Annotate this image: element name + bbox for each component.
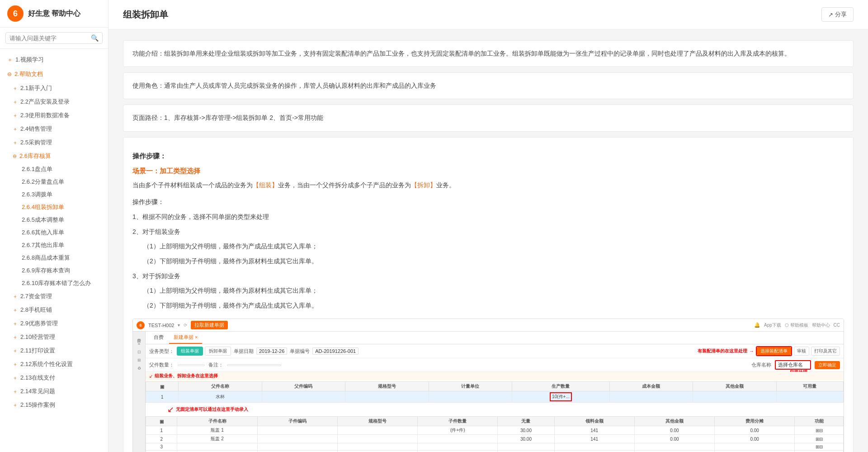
mock-sidebar-icon4: ⊞: [137, 358, 141, 362]
sub-plus-icon: ＋: [13, 320, 18, 327]
sub-plus-icon: ＋: [13, 307, 18, 314]
sidebar-item-video[interactable]: ＋ 1.视频学习: [0, 52, 108, 67]
screenshot-area: 6 TEST-H002 ▾ ⟳ 拉取新建单据 🔔 App下载 ⬡ 帮助模板 帮助…: [132, 319, 844, 452]
mock-lth-name: 子件名称: [177, 417, 257, 426]
sidebar-item-purchase[interactable]: ＋ 2.5采购管理: [13, 136, 108, 149]
search-input[interactable]: [9, 35, 91, 42]
annotation-text-4: 无固定清单可以通过在这里手动录入: [176, 406, 248, 413]
annotation-text-2: 组装业务、拆卸业务在这里选择: [155, 373, 218, 379]
mock-qty-input[interactable]: [178, 364, 205, 366]
step2: 2、对于组装业务: [132, 226, 844, 238]
sub-plus-icon: ＋: [13, 293, 18, 300]
mock-lth-other: 其他金额: [634, 417, 714, 426]
mock-bom-select-btn[interactable]: 选择装配清单: [757, 347, 791, 355]
step1: 1、根据不同的业务，选择不同单据的类型来处理: [132, 211, 844, 223]
step-label: 操作步骤：: [132, 198, 844, 206]
sidebar-item-capital[interactable]: ＋ 2.7资金管理: [13, 290, 108, 303]
sidebar-item-payment[interactable]: ＋ 2.13在线支付: [13, 371, 108, 385]
mock-tab-zifei[interactable]: 自费: [149, 332, 168, 344]
search-icon[interactable]: 🔍: [91, 34, 99, 42]
table-row: 3⊞⊟: [146, 443, 844, 451]
mock-confirm-btn[interactable]: 立即确定: [815, 361, 840, 369]
annotation-text-1: 有装配清单的在这里处理: [698, 348, 747, 354]
sidebar-item-ledger-query[interactable]: 2.6.9库存账本查询: [18, 264, 108, 277]
minus-icon: ⊖: [13, 153, 17, 159]
share-button[interactable]: ↗ 分享: [821, 7, 854, 22]
mock-audit-btn[interactable]: 审核: [794, 347, 809, 356]
sidebar-item-system[interactable]: ＋ 2.12系统个性化设置: [13, 357, 108, 371]
sidebar-item-mobile[interactable]: ＋ 2.8手机旺铺: [13, 303, 108, 317]
sidebar-item-stocktake[interactable]: 2.6.1盘点单: [18, 163, 108, 176]
mock-date-label: 单据日期: [234, 348, 254, 355]
sub-plus-icon: ＋: [13, 361, 18, 368]
sidebar-item-other-in[interactable]: 2.6.6其他入库单: [18, 226, 108, 239]
nav-list: ＋ 1.视频学习 ⊖ 2.帮助文档 ＋ 2.1新手入门 ＋ 2.2产品安装及登录: [0, 49, 108, 452]
app-title: 好生意 帮助中心: [28, 9, 80, 19]
sidebar-item-beginner[interactable]: ＋ 2.1新手入门: [13, 81, 108, 95]
mock-id-input[interactable]: AD-20191226-001: [312, 347, 359, 355]
mock-sidebar-icon1: 自费: [136, 333, 142, 337]
search-wrap: 🔍: [5, 32, 103, 44]
sidebar-item-coupon[interactable]: ＋ 2.9优惠券管理: [13, 317, 108, 330]
sidebar-item-cases[interactable]: ＋ 2.15操作案例: [13, 398, 108, 412]
sidebar-item-inventory[interactable]: ⊖ 2.6库存核算: [13, 149, 108, 163]
plus-icon: ＋: [7, 56, 13, 64]
sub-plus-icon: ＋: [13, 126, 18, 133]
mock-th-spec: 规格型号: [345, 382, 429, 391]
main-header: 组装拆卸单 ↗ 分享: [108, 0, 868, 29]
mock-type-disassemble-btn[interactable]: 拆卸单据: [205, 347, 231, 356]
sub-plus-icon: ＋: [13, 99, 18, 105]
mock-th-checkbox: ▣: [146, 382, 179, 391]
mock-lth-action: 功能: [795, 417, 844, 426]
mock-upper-table: ▣ 父件名称 父件编码 规格型号 计量单位 生产数量 成本金额 其他金额: [146, 381, 844, 403]
scene-title: 场景一：加工类型选择: [132, 167, 844, 176]
intro-box: 功能介绍：组装拆卸单用来处理企业组装或拆卸等加工业务，支持有固定装配清单的产品加…: [123, 40, 854, 67]
sidebar-item-print[interactable]: ＋ 2.11打印设置: [13, 344, 108, 357]
sidebar-item-operations[interactable]: ＋ 2.10经营管理: [13, 330, 108, 344]
sidebar-item-install[interactable]: ＋ 2.2产品安装及登录: [13, 95, 108, 109]
table-row: 2 瓶盖 2 30.00 141 0.00: [146, 435, 844, 443]
mock-td-name: 水杯: [179, 391, 262, 403]
mock-th-qty: 生产数量: [512, 382, 610, 391]
mock-bell-icon: 🔔: [754, 322, 760, 328]
mock-help-center: 帮助中心: [812, 322, 830, 328]
step3: 3、对于拆卸业务: [132, 270, 844, 282]
search-box: 🔍: [0, 28, 108, 49]
sidebar-item-other-out[interactable]: 2.6.7其他出库单: [18, 239, 108, 252]
sidebar-item-sales[interactable]: ＋ 2.4销售管理: [13, 122, 108, 136]
mock-th-cost: 成本金额: [609, 382, 693, 391]
mock-sidebar-icon2: ≡: [138, 342, 140, 346]
mock-td-unit: [429, 391, 512, 403]
sidebar-item-partial-stocktake[interactable]: 2.6.2分量盘点单: [18, 176, 108, 188]
step3-1: （1）上部明细为父件明细，最终作为原材料生成其它出库单；: [132, 285, 844, 297]
sidebar-item-data[interactable]: ＋ 2.3使用前数据准备: [13, 109, 108, 122]
sidebar-item-cost-adjust[interactable]: 2.6.5成本调整单: [18, 214, 108, 226]
mock-warehouse-label: 仓库名称: [751, 362, 771, 368]
scene-desc: 当由多个子件材料组装成一个成品的业务为【组装】业务，当由一个父件拆分成多个子产品…: [132, 179, 844, 191]
mock-remark-label: 备注：: [208, 362, 223, 368]
sidebar-item-cost-recalc[interactable]: 2.6.8商品成本重算: [18, 252, 108, 264]
mock-print-btn[interactable]: 打印及其它: [811, 347, 840, 356]
sidebar-item-transfer[interactable]: 2.6.3调拨单: [18, 188, 108, 201]
mock-date-input[interactable]: 2019-12-26: [256, 347, 287, 355]
sidebar-item-docs[interactable]: ⊖ 2.帮助文档: [0, 67, 108, 81]
nav-sub-sub-inventory: 2.6.1盘点单 2.6.2分量盘点单 2.6.3调拨单 2.6.4组装拆卸单 …: [13, 163, 108, 290]
sidebar-item-faq[interactable]: ＋ 2.14常见问题: [13, 385, 108, 398]
mock-screenshot: 6 TEST-H002 ▾ ⟳ 拉取新建单据 🔔 App下载 ⬡ 帮助模板 帮助…: [133, 319, 844, 452]
mock-th-avail: 可用量: [776, 382, 843, 391]
sub-plus-icon: ＋: [13, 112, 18, 119]
sub-plus-icon: ＋: [13, 85, 18, 92]
nav-group-docs: ⊖ 2.帮助文档 ＋ 2.1新手入门 ＋ 2.2产品安装及登录 ＋ 2.3使用前…: [0, 67, 108, 412]
mock-type-assemble-btn[interactable]: 组装单据: [177, 347, 203, 356]
sidebar-item-assembly[interactable]: 2.6.4组装拆卸单: [18, 201, 108, 214]
mock-company: TEST-H002: [148, 323, 174, 328]
mock-warehouse-input[interactable]: 选择仓库名: [775, 360, 811, 370]
table-row: 1 水杯 10(件+...: [146, 391, 844, 403]
mock-tab-new[interactable]: 新建单据 ×: [169, 332, 202, 344]
main-content: 功能介绍：组装拆卸单用来处理企业组装或拆卸等加工业务，支持有固定装配清单的产品加…: [108, 29, 868, 452]
sidebar-item-ledger-fix[interactable]: 2.6.10库存账本错了怎么办: [18, 277, 108, 290]
mock-new-doc-btn[interactable]: 拉取新建单据: [191, 321, 228, 329]
mock-lth-qty: 子件数量: [418, 417, 498, 426]
mock-remark-input[interactable]: [227, 364, 281, 366]
logo-icon: 6: [7, 5, 24, 22]
